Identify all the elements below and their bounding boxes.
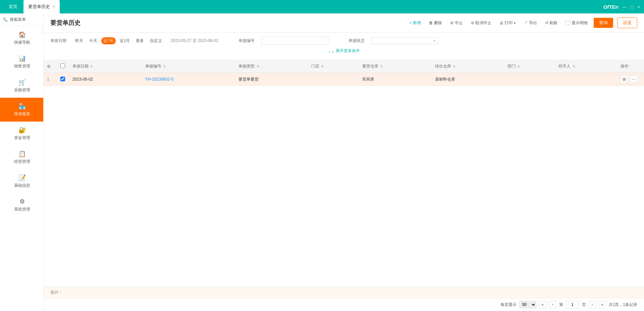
main-layout: 🔍 搜索菜单 🏠 快捷导航 📊 销售管理 🛒 采购管理 🏪 库存核算 🔐 资金管… <box>0 13 644 311</box>
first-page-btn[interactable]: « <box>539 301 546 308</box>
status-select[interactable]: ▾ <box>371 37 438 44</box>
doc-no-label: 单据编号 <box>238 38 255 44</box>
select-all-checkbox[interactable] <box>60 63 65 68</box>
row-operations: ⊞ ⋯ <box>621 76 641 83</box>
cell-pending-warehouse: 原材料仓库 <box>432 73 504 86</box>
doc-no-link[interactable]: YH-20230602-0 <box>145 77 174 82</box>
date-more[interactable]: 更多 <box>134 37 146 44</box>
cell-handler <box>555 73 617 86</box>
date-7days[interactable]: 近7天 <box>101 37 116 44</box>
last-page-btn[interactable]: » <box>599 301 606 308</box>
sidebar-item-purchase[interactable]: 🛒 采购管理 <box>0 74 43 98</box>
close-window-btn[interactable]: × <box>637 4 640 9</box>
sidebar: 🔍 搜索菜单 🏠 快捷导航 📊 销售管理 🛒 采购管理 🏪 库存核算 🔐 资金管… <box>0 13 44 311</box>
table-footer: 合计： <box>44 286 644 298</box>
sort-req-wh-icon: ⇅ <box>380 64 383 68</box>
sidebar-search[interactable]: 🔍 搜索菜单 <box>0 13 43 26</box>
col-handler[interactable]: 经手人 ⇅ <box>555 60 617 73</box>
total-info: 共1页，1条记录 <box>609 302 637 308</box>
cell-checkbox <box>57 73 69 86</box>
show-detail-toggle[interactable]: 显示明细 <box>564 19 590 27</box>
page-title: 要货单历史 <box>50 19 80 27</box>
col-doc-date[interactable]: 单据日期 ⇅ <box>69 60 142 73</box>
chart-icon: 📊 <box>18 55 26 62</box>
col-department[interactable]: 部门 ⇅ <box>504 60 555 73</box>
per-page-select[interactable]: 50 100 200 <box>519 301 536 308</box>
sidebar-item-quick-nav[interactable]: 🏠 快捷导航 <box>0 26 43 50</box>
maximize-btn[interactable]: □ <box>631 4 634 9</box>
close-tab-icon[interactable]: × <box>53 4 55 9</box>
col-ops: 操作 <box>617 60 644 73</box>
cancel-stop-button[interactable]: ⊘ 取消中止 <box>469 19 493 27</box>
table-header-row: ⚙ 单据日期 ⇅ 单据编号 ⇅ 单据类型 ⇅ 门店 ⇅ 要货仓库 ⇅ 待出仓库 … <box>44 60 644 73</box>
refresh-button[interactable]: ↺ 刷新 <box>543 19 559 27</box>
date-custom[interactable]: 自定义 <box>148 37 164 44</box>
date-filter-buttons: 昨天 今天 近7天 近1月 更多 自定义 <box>73 37 164 44</box>
cell-ops: ⊞ ⋯ <box>617 73 644 86</box>
export-button[interactable]: ↗ 导出 <box>522 19 539 27</box>
settings-button[interactable]: 设置 <box>617 17 637 28</box>
print-button[interactable]: 🖨 打印 ▾ <box>497 19 518 27</box>
sidebar-item-inventory[interactable]: 🏪 库存核算 <box>0 98 43 122</box>
col-doc-no[interactable]: 单据编号 ⇅ <box>142 60 235 73</box>
sidebar-item-system[interactable]: ⚙ 系统管理 <box>0 193 43 217</box>
sort-handler-icon: ⇅ <box>573 64 575 68</box>
cell-doc-type: 要货单要货 <box>235 73 308 86</box>
print-dropdown-icon[interactable]: ▾ <box>514 21 516 25</box>
delete-button[interactable]: 🗑 删除 <box>427 19 444 27</box>
show-detail-checkbox[interactable] <box>566 20 570 25</box>
sidebar-item-basic[interactable]: 📝 基础信息 <box>0 169 43 193</box>
table-container: ⚙ 单据日期 ⇅ 单据编号 ⇅ 单据类型 ⇅ 门店 ⇅ 要货仓库 ⇅ 待出仓库 … <box>44 60 644 286</box>
date-range-display: 2023-05-27 至 2023-06-02 <box>171 38 218 44</box>
prev-page-btn[interactable]: ‹ <box>549 301 556 308</box>
select-dropdown-icon: ▾ <box>434 39 435 43</box>
home-icon: 🏠 <box>18 31 26 38</box>
cell-department <box>504 73 555 86</box>
cell-doc-date: 2023-06-02 <box>69 73 142 86</box>
cell-store <box>308 73 359 86</box>
next-page-btn[interactable]: › <box>589 301 596 308</box>
cell-num: 1 <box>44 73 57 86</box>
sort-dept-icon: ⇅ <box>517 64 520 68</box>
row-checkbox[interactable] <box>60 77 65 81</box>
sidebar-item-finance[interactable]: 🔐 资金管理 <box>0 122 43 145</box>
sort-doc-type-icon: ⇅ <box>257 64 259 68</box>
doc-no-input[interactable] <box>261 37 328 45</box>
stop-button[interactable]: ⊘ 中止 <box>448 19 465 27</box>
tab-history[interactable]: 要货单历史 × <box>23 0 60 13</box>
expand-more-btn[interactable]: ⌄⌄ 展开更多条件 <box>328 48 360 54</box>
col-pending-warehouse[interactable]: 待出仓库 ⇅ <box>432 60 504 73</box>
more-op-button[interactable]: ⋯ <box>630 76 637 83</box>
col-store[interactable]: 门店 ⇅ <box>308 60 359 73</box>
date-yesterday[interactable]: 昨天 <box>73 37 85 44</box>
sidebar-item-sales[interactable]: 📊 销售管理 <box>0 50 43 74</box>
cell-doc-no: YH-20230602-0 <box>142 73 235 86</box>
table-row: 1 2023-06-02 YH-20230602-0 要货单要货 车间库 原材料… <box>44 73 644 86</box>
header-actions: + 新增 🗑 删除 ⊘ 中止 ⊘ 取消中止 🖨 打印 ▾ ↗ 导出 ↺ 刷新 显… <box>408 17 637 28</box>
expand-row: ⌄⌄ 展开更多条件 <box>50 48 637 60</box>
col-req-warehouse[interactable]: 要货仓库 ⇅ <box>359 60 431 73</box>
query-button[interactable]: 查询 <box>594 18 613 28</box>
page-input[interactable] <box>566 301 579 308</box>
sort-doc-date-icon: ⇅ <box>90 64 93 68</box>
col-checkbox <box>57 60 69 73</box>
col-doc-type[interactable]: 单据类型 ⇅ <box>235 60 308 73</box>
top-bar: 首页 要货单历史 × OfTEn — □ × <box>0 0 644 13</box>
window-controls: OfTEn — □ × <box>603 4 640 10</box>
status-label: 单据状态 <box>348 38 365 44</box>
filter-row-1: 单据日期 昨天 今天 近7天 近1月 更多 自定义 2023-05-27 至 2… <box>50 37 637 45</box>
brand-label: OfTEn <box>603 4 619 10</box>
date-1month[interactable]: 近1月 <box>118 37 132 44</box>
sidebar-item-operation[interactable]: 📋 经营管理 <box>0 145 43 169</box>
sort-doc-no-icon: ⇅ <box>163 64 166 68</box>
date-today[interactable]: 今天 <box>87 37 99 44</box>
operation-icon: 📋 <box>18 150 26 158</box>
view-op-button[interactable]: ⊞ <box>621 76 628 83</box>
search-icon: 🔍 <box>3 17 8 22</box>
tab-home[interactable]: 首页 <box>4 0 22 13</box>
col-settings[interactable]: ⚙ <box>44 60 57 73</box>
minimize-btn[interactable]: — <box>623 4 627 9</box>
pagination-bar: 每页显示 50 100 200 « ‹ 第 页 › » 共1页，1条记录 <box>44 298 644 311</box>
new-button[interactable]: + 新增 <box>408 19 423 27</box>
data-table: ⚙ 单据日期 ⇅ 单据编号 ⇅ 单据类型 ⇅ 门店 ⇅ 要货仓库 ⇅ 待出仓库 … <box>44 60 644 86</box>
